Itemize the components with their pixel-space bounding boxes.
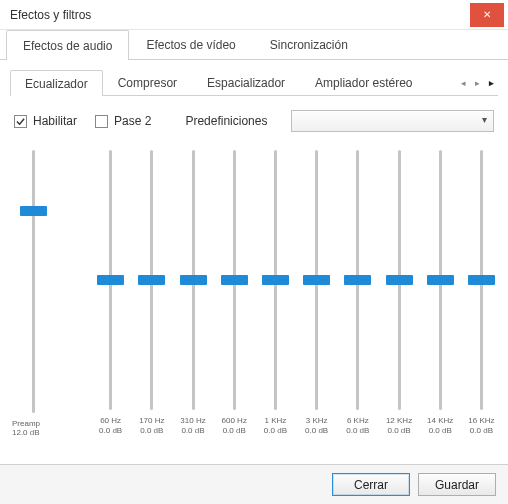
tab-label: Efectos de audio [23,39,112,53]
band-label: 3 KHz0.0 dB [305,416,328,438]
titlebar: Efectos y filtros ✕ [0,0,508,30]
slider-thumb[interactable] [20,206,47,216]
slider-thumb[interactable] [386,275,413,285]
enable-checkbox[interactable]: Habilitar [14,114,77,128]
close-window-button[interactable]: ✕ [470,3,504,27]
band-label: 6 KHz0.0 dB [346,416,369,438]
close-icon: ✕ [483,9,491,20]
preamp-value: 12.0 dB [12,428,54,438]
slider-thumb[interactable] [468,275,495,285]
eq-band: 310 Hz0.0 dB [178,146,207,438]
eq-band: 12 KHz0.0 dB [384,146,413,438]
preamp-column: Preamp 12.0 dB [12,146,54,438]
eq-band: 16 KHz0.0 dB [467,146,496,438]
band-label: 1 KHz0.0 dB [264,416,287,438]
tab-label: Sincronización [270,38,348,52]
subtab-label: Compresor [118,76,177,90]
eq-controls-row: Habilitar Pase 2 Predefiniciones [10,96,498,140]
eq-band: 170 Hz0.0 dB [137,146,166,438]
chevron-left-icon[interactable]: ◂ [458,78,468,88]
sub-tab-bar: Ecualizador Compresor Espacializador Amp… [10,70,498,96]
subtab-compressor[interactable]: Compresor [103,70,192,95]
tab-video-effects[interactable]: Efectos de vídeo [129,30,252,59]
eq-band: 3 KHz0.0 dB [302,146,331,438]
window-title: Efectos y filtros [10,8,470,22]
preset-label: Predefiniciones [185,114,267,128]
eq-band: 60 Hz0.0 dB [96,146,125,438]
slider-thumb[interactable] [427,275,454,285]
preset-select[interactable] [291,110,494,132]
subtab-spatializer[interactable]: Espacializador [192,70,300,95]
band-slider[interactable] [398,150,401,410]
subtab-scroll: ◂ ▸ ▸ [458,70,498,95]
eq-band: 1 KHz0.0 dB [261,146,290,438]
band-label: 16 KHz0.0 dB [468,416,494,438]
subtab-equalizer[interactable]: Ecualizador [10,70,103,96]
band-slider[interactable] [439,150,442,410]
checkbox-box [14,115,27,128]
subtab-label: Ecualizador [25,77,88,91]
band-label: 170 Hz0.0 dB [139,416,164,438]
band-label: 60 Hz0.0 dB [99,416,122,438]
close-button[interactable]: Cerrar [332,473,410,496]
band-slider[interactable] [150,150,153,410]
chevron-right-icon[interactable]: ▸ [486,78,496,88]
slider-thumb[interactable] [303,275,330,285]
tab-sync[interactable]: Sincronización [253,30,365,59]
band-slider[interactable] [274,150,277,410]
band-slider[interactable] [233,150,236,410]
enable-label: Habilitar [33,114,77,128]
slider-thumb[interactable] [344,275,371,285]
subtab-stereo-widener[interactable]: Ampliador estéreo [300,70,427,95]
band-slider[interactable] [192,150,195,410]
subtab-label: Ampliador estéreo [315,76,412,90]
button-label: Cerrar [354,478,388,492]
eq-band: 6 KHz0.0 dB [343,146,372,438]
preamp-name: Preamp [12,419,54,429]
slider-thumb[interactable] [97,275,124,285]
equalizer-area: Preamp 12.0 dB 60 Hz0.0 dB 170 Hz0.0 dB … [10,140,498,438]
band-slider[interactable] [315,150,318,410]
eq-band: 600 Hz0.0 dB [220,146,249,438]
slider-thumb[interactable] [180,275,207,285]
main-tab-bar: Efectos de audio Efectos de vídeo Sincro… [0,30,508,60]
subtab-label: Espacializador [207,76,285,90]
band-slider[interactable] [356,150,359,410]
slider-thumb[interactable] [221,275,248,285]
band-label: 12 KHz0.0 dB [386,416,412,438]
content-area: Ecualizador Compresor Espacializador Amp… [0,60,508,438]
save-button[interactable]: Guardar [418,473,496,496]
preamp-slider[interactable] [32,150,35,413]
eq-band: 14 KHz0.0 dB [426,146,455,438]
pass2-label: Pase 2 [114,114,151,128]
chevron-right-icon-light[interactable]: ▸ [472,78,482,88]
preamp-label: Preamp 12.0 dB [12,419,54,438]
pass2-checkbox[interactable]: Pase 2 [95,114,151,128]
band-slider[interactable] [109,150,112,410]
band-slider[interactable] [480,150,483,410]
band-label: 600 Hz0.0 dB [222,416,247,438]
footer: Cerrar Guardar [0,464,508,504]
tab-audio-effects[interactable]: Efectos de audio [6,30,129,60]
button-label: Guardar [435,478,479,492]
check-icon [16,117,25,126]
slider-thumb[interactable] [138,275,165,285]
band-label: 14 KHz0.0 dB [427,416,453,438]
slider-thumb[interactable] [262,275,289,285]
spacer [66,146,84,438]
band-label: 310 Hz0.0 dB [180,416,205,438]
checkbox-box [95,115,108,128]
tab-label: Efectos de vídeo [146,38,235,52]
